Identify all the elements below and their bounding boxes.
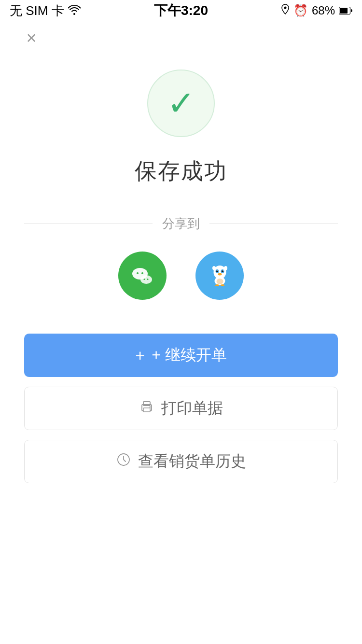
close-icon: × (26, 28, 36, 48)
wechat-icon (129, 263, 156, 289)
success-title: 保存成功 (135, 156, 227, 186)
svg-point-16 (218, 273, 222, 275)
print-label: 打印单据 (161, 398, 223, 419)
action-buttons: + + 继续开单 打印单据 查看销货 (0, 334, 362, 483)
status-right: ⏰ 68% (281, 4, 352, 17)
checkmark-icon: ✓ (167, 86, 195, 120)
print-button[interactable]: 打印单据 (24, 387, 338, 430)
success-icon-circle: ✓ (147, 70, 215, 137)
status-time: 下午3:20 (154, 1, 208, 20)
continue-label: + 继续开单 (152, 345, 227, 366)
svg-rect-25 (143, 408, 150, 412)
history-icon (116, 452, 131, 471)
divider-left (24, 224, 153, 224)
svg-point-4 (137, 272, 139, 274)
status-left: 无 SIM 卡 (10, 2, 81, 19)
battery-icon (339, 4, 352, 17)
share-icons-row (118, 252, 244, 300)
qq-icon (207, 263, 233, 289)
plus-icon: + (135, 346, 145, 365)
close-button[interactable]: × (19, 26, 43, 50)
svg-point-19 (215, 284, 219, 286)
svg-rect-2 (340, 8, 348, 14)
main-content: ✓ 保存成功 分享到 (0, 21, 362, 483)
svg-point-7 (143, 279, 145, 280)
svg-point-6 (140, 275, 152, 284)
history-label: 查看销货单历史 (138, 451, 246, 472)
share-label: 分享到 (153, 215, 209, 232)
divider-right (209, 224, 338, 224)
history-button[interactable]: 查看销货单历史 (24, 440, 338, 483)
location-icon (281, 4, 290, 17)
continue-button[interactable]: + + 继续开单 (24, 334, 338, 377)
printer-icon (139, 399, 154, 418)
share-divider: 分享到 (0, 215, 362, 232)
status-bar: 无 SIM 卡 下午3:20 ⏰ 68% (0, 0, 362, 21)
wifi-icon (68, 3, 81, 18)
svg-point-15 (223, 270, 223, 271)
svg-point-8 (147, 279, 148, 280)
svg-point-0 (284, 7, 286, 9)
svg-point-26 (150, 406, 151, 408)
sim-label: 无 SIM 卡 (10, 2, 64, 19)
share-qq-button[interactable] (195, 252, 244, 300)
svg-point-12 (217, 270, 218, 271)
svg-point-5 (141, 272, 143, 274)
svg-point-20 (221, 284, 224, 286)
battery-label: 68% (312, 4, 335, 17)
alarm-icon: ⏰ (293, 4, 308, 17)
svg-point-18 (216, 279, 223, 284)
share-wechat-button[interactable] (118, 252, 167, 300)
